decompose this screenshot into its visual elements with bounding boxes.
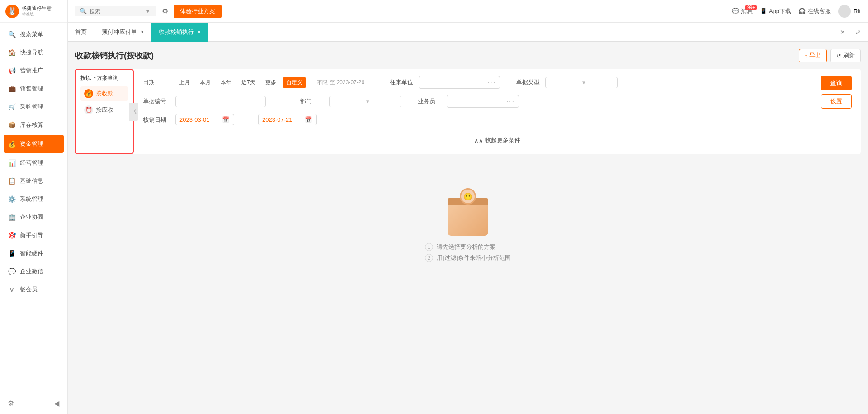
sidebar-item-marketing[interactable]: 📢 营销推广 (0, 62, 67, 80)
sidebar-item-member[interactable]: V 畅会员 (0, 281, 67, 299)
sidebar-item-quick-nav[interactable]: 🏠 快捷导航 (0, 43, 67, 62)
user-menu[interactable]: Rit (838, 5, 861, 18)
calendar-end-icon[interactable]: 📅 (305, 116, 312, 123)
bill-no-input-wrap[interactable] (175, 96, 266, 107)
date-btn-more[interactable]: 更多 (262, 77, 280, 88)
sidebar-item-collab[interactable]: 🏢 企业协同 (0, 208, 67, 226)
bill-no-input[interactable] (179, 98, 262, 105)
tab-receive[interactable]: 收款核销执行 × (151, 23, 208, 42)
gear-icon[interactable]: ⚙ (162, 7, 168, 15)
query-btn[interactable]: 查询 (821, 76, 852, 90)
sidebar-item-system[interactable]: ⚙️ 系统管理 (0, 190, 67, 208)
sidebar-item-label: 快捷导航 (20, 48, 43, 57)
staff-input[interactable] (451, 98, 505, 105)
export-icon: ↑ (805, 52, 808, 59)
empty-step-1: 1 请先选择要分析的方案 (425, 243, 510, 251)
empty-step-1-text: 请先选择要分析的方案 (437, 243, 495, 251)
filter-row-1: 日期 上月 本月 本年 近7天 更多 自定义 不限 至 (143, 76, 814, 89)
staff-dots[interactable]: ··· (506, 97, 515, 105)
collapse-more-btn[interactable]: ∧∧ 收起更多条件 (143, 133, 852, 147)
online-service-btn[interactable]: 🎧 在线客服 (798, 7, 831, 15)
main-area: 🔍 ▾ ⚙ 体验行业方案 💬 消息 99+ 📱 App下载 🎧 在线客服 Rit (68, 0, 868, 414)
counterparty-dots[interactable]: ··· (487, 78, 496, 86)
logo-icon: 🐰 (5, 5, 19, 18)
sidebar-item-wechat[interactable]: 💬 企业微信 (0, 262, 67, 281)
verify-date-label: 核销日期 (143, 116, 168, 124)
tab-actions: ✕ ⤢ (836, 26, 868, 38)
logo-name: 畅捷通好生意 (22, 5, 52, 11)
filter-option-receipt[interactable]: 💰 按收款 (80, 86, 128, 101)
sidebar-item-label: 智能硬件 (20, 249, 43, 257)
date-range-dash: — (241, 116, 251, 123)
dept-select[interactable]: ▾ (329, 96, 401, 107)
sidebar-item-finance[interactable]: 💰 资金管理 (4, 135, 64, 153)
operation-icon: 📊 (7, 158, 16, 167)
counterparty-input-wrap[interactable]: ··· (419, 76, 500, 89)
tab-home-label: 首页 (75, 28, 87, 36)
settings-btn[interactable]: 设置 (821, 94, 852, 109)
date-btn-last-month[interactable]: 上月 (175, 77, 193, 88)
topbar-right: 💬 消息 99+ 📱 App下载 🎧 在线客服 Rit (732, 5, 861, 18)
empty-state: 😐 1 请先选择要分析的方案 2 用[过滤]条件来缩小分析范围 (75, 154, 861, 292)
tab-receive-close[interactable]: × (198, 29, 201, 35)
verify-date-start-wrap[interactable]: 📅 (175, 114, 234, 125)
tab-prepay-close[interactable]: × (141, 29, 144, 35)
search-icon: 🔍 (80, 8, 87, 14)
verify-date-end-input[interactable] (262, 116, 303, 123)
sidebar-item-label: 营销推广 (20, 67, 43, 75)
sidebar-item-label: 搜索菜单 (20, 30, 43, 38)
tab-receive-label: 收款核销执行 (159, 28, 194, 36)
sidebar-item-sales[interactable]: 💼 销售管理 (0, 80, 67, 98)
collapse-up-icon: ∧∧ (474, 137, 483, 144)
calendar-start-icon[interactable]: 📅 (222, 116, 229, 123)
verify-date-end-wrap[interactable]: 📅 (258, 114, 317, 125)
guide-icon: 🎯 (7, 231, 16, 240)
settings-icon[interactable]: ⚙ (5, 397, 17, 409)
sidebar-item-label: 基础信息 (20, 177, 43, 185)
user-name: Rit (854, 8, 861, 14)
chevron-down-icon: ▾ (366, 98, 397, 105)
sidebar-item-operation[interactable]: 📊 经营管理 (0, 154, 67, 172)
bill-type-label: 单据类型 (516, 78, 542, 86)
collapse-icon[interactable]: ◀ (50, 397, 63, 409)
date-btn-this-month[interactable]: 本月 (196, 77, 214, 88)
sidebar-item-inventory[interactable]: 📦 库存核算 (0, 116, 67, 134)
tabbar: 首页 预付冲应付单 × 收款核销执行 × ✕ ⤢ (68, 23, 868, 42)
sidebar-item-purchase[interactable]: 🛒 采购管理 (0, 98, 67, 116)
bill-type-select[interactable]: ▾ (545, 77, 618, 88)
sidebar-item-label: 企业协同 (20, 213, 43, 221)
filter-option-receivable[interactable]: ⏰ 按应收 (80, 103, 128, 117)
message-btn[interactable]: 💬 消息 99+ (732, 7, 753, 15)
dept-label: 部门 (300, 97, 326, 105)
sidebar-item-guide[interactable]: 🎯 新手引导 (0, 226, 67, 244)
app-download-btn[interactable]: 📱 App下载 (760, 7, 791, 15)
topbar-search[interactable]: 🔍 ▾ (75, 6, 156, 16)
sidebar-item-basic-info[interactable]: 📋 基础信息 (0, 172, 67, 190)
filter-row-2: 单据编号 部门 ▾ (143, 95, 814, 108)
filter-collapse-btn[interactable]: 《 (129, 103, 138, 121)
verify-date-start-input[interactable] (179, 116, 220, 123)
sidebar-item-hardware[interactable]: 📱 智能硬件 (0, 244, 67, 262)
export-btn[interactable]: ↑ 导出 (799, 49, 827, 62)
sidebar-item-search[interactable]: 🔍 搜索菜单 (0, 25, 67, 43)
staff-input-wrap[interactable]: ··· (447, 95, 519, 108)
search-input[interactable] (90, 8, 144, 14)
page-title: 收款核销执行(按收款) (75, 50, 154, 61)
refresh-btn[interactable]: ↺ 刷新 (830, 49, 861, 62)
counterparty-input[interactable] (423, 79, 486, 86)
empty-text: 1 请先选择要分析的方案 2 用[过滤]条件来缩小分析范围 (425, 243, 510, 265)
tab-close-btn[interactable]: ✕ (836, 26, 849, 38)
chevron-down-icon[interactable]: ▾ (146, 8, 149, 14)
search-icon: 🔍 (7, 30, 16, 39)
chevron-down-icon: ▾ (582, 79, 613, 86)
tab-expand-btn[interactable]: ⤢ (852, 26, 864, 38)
date-no-limit: 不限 (317, 79, 328, 86)
system-icon: ⚙️ (7, 195, 16, 204)
message-icon: 💬 (732, 8, 739, 14)
date-btn-custom[interactable]: 自定义 (283, 77, 306, 88)
industry-btn[interactable]: 体验行业方案 (174, 5, 222, 18)
date-btn-7days[interactable]: 近7天 (238, 77, 259, 88)
date-btn-this-year[interactable]: 本年 (217, 77, 235, 88)
tab-home[interactable]: 首页 (68, 23, 94, 42)
tab-prepay[interactable]: 预付冲应付单 × (94, 23, 151, 42)
